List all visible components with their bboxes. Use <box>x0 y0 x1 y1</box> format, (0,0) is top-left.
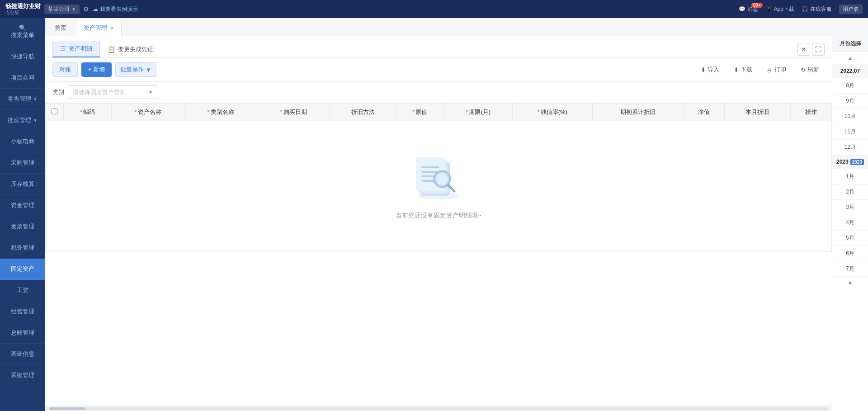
expand-panel-button[interactable]: ⛶ <box>812 43 825 56</box>
app-download-button[interactable]: 📱 App下载 <box>765 5 794 13</box>
select-arrow-icon: ▼ <box>148 90 153 95</box>
month-item-1[interactable]: 1月 <box>832 169 868 184</box>
tab-home-label: 首页 <box>55 24 66 32</box>
sidebar-item-finance[interactable]: 资金管理 <box>0 195 45 216</box>
main-layout: 🔍 搜索菜单 快捷导航 项目合同 零售管理 ▼ 批发管理 ▼ 小畅电商 采购管理… <box>0 18 868 411</box>
month-item-5[interactable]: 5月 <box>832 231 868 246</box>
month-item-12[interactable]: 12月 <box>832 140 868 155</box>
chevron-down-icon: ▼ <box>33 118 38 123</box>
reconcile-button[interactable]: 对账 <box>52 62 78 77</box>
tab-bar: 首页 资产管理 ✕ <box>45 18 868 36</box>
scrollbar-track <box>49 407 828 410</box>
app-download-label: App下载 <box>774 5 794 13</box>
month-current-year[interactable]: 2022.07 <box>832 64 868 78</box>
sub-tabs: ☰ 资产明细 📋 变更生成凭证 ✕ ⛶ <box>45 36 832 58</box>
col-depreciation-method: 折旧方法 <box>330 104 396 121</box>
top-bar-left: 畅捷通好业财 专业版 某某公司 ▼ ⚙ ☁ 我要看实例演示 <box>5 3 734 15</box>
toolbar: 对账 + 新增 批量操作 ▼ ⬇ 导入 ⬇ 下载 <box>45 58 832 82</box>
sub-tab-asset-detail-label: 资产明细 <box>69 45 92 53</box>
month-item-8[interactable]: 8月 <box>832 78 868 94</box>
table-header: *编码 *资产名称 *类别名称 *购买日期 折旧方法 *原值 *期限(月) *残… <box>46 104 832 121</box>
sidebar-item-tax[interactable]: 税务管理 <box>0 237 45 259</box>
month-nav-up-button[interactable]: ▲ <box>844 53 856 62</box>
col-residual-rate: *残值率(%) <box>513 104 592 121</box>
col-monthly-depreciation: 本月折旧 <box>724 104 790 121</box>
category-select[interactable]: 请选择固定资产类别 ▼ <box>68 85 158 99</box>
month-item-7[interactable]: 7月 <box>832 261 868 277</box>
category-placeholder: 请选择固定资产类别 <box>73 88 126 96</box>
sidebar-item-invoice[interactable]: 发票管理 <box>0 216 45 237</box>
print-label: 打印 <box>774 66 786 74</box>
demo-link[interactable]: ☁ 我要看实例演示 <box>93 5 138 13</box>
user-profile[interactable]: 用户名 <box>839 5 863 14</box>
scrollbar-thumb[interactable] <box>49 407 85 410</box>
month-item-11[interactable]: 11月 <box>832 124 868 140</box>
user-name: 用户名 <box>843 6 859 12</box>
account-selector[interactable]: 某某公司 ▼ <box>44 5 80 14</box>
tab-asset-management[interactable]: 资产管理 ✕ <box>76 20 122 36</box>
message-button[interactable]: 💬 消息 99+ <box>739 5 758 13</box>
panel-controls: ✕ ⛶ <box>797 43 825 56</box>
sidebar-item-quick-nav[interactable]: 快捷导航 <box>0 46 45 67</box>
sidebar-item-system[interactable]: 系统管理 <box>0 365 45 386</box>
sidebar-item-basic-info[interactable]: 基础信息 <box>0 344 45 365</box>
close-panel-button[interactable]: ✕ <box>797 43 810 56</box>
print-button[interactable]: 🖨 打印 <box>761 63 792 76</box>
table-container[interactable]: *编码 *资产名称 *类别名称 *购买日期 折旧方法 *原值 *期限(月) *残… <box>45 103 832 406</box>
month-item-9[interactable]: 9月 <box>832 94 868 109</box>
month-item-10[interactable]: 10月 <box>832 109 868 124</box>
batch-button[interactable]: 批量操作 ▼ <box>115 62 156 77</box>
download-button[interactable]: ⬇ 下载 <box>728 63 758 76</box>
sidebar-item-retail[interactable]: 零售管理 ▼ <box>0 89 45 110</box>
month-item-4[interactable]: 4月 <box>832 215 868 231</box>
select-all-checkbox[interactable] <box>52 109 57 114</box>
col-code: *编码 <box>64 104 112 121</box>
cloud-icon: ☁ <box>93 6 98 12</box>
import-label: 导入 <box>708 66 719 74</box>
tab-asset-label: 资产管理 <box>84 24 107 32</box>
message-icon: 💬 <box>739 6 745 12</box>
refresh-button[interactable]: ↻ 刷新 <box>795 63 825 76</box>
sidebar-item-project[interactable]: 项目合同 <box>0 67 45 89</box>
horizontal-scrollbar[interactable] <box>45 406 832 411</box>
sidebar-item-ledger[interactable]: 总账管理 <box>0 322 45 344</box>
import-button[interactable]: ⬇ 导入 <box>695 63 725 76</box>
month-nav-top: ▲ <box>832 52 868 64</box>
phone-icon: 📱 <box>765 6 772 12</box>
online-service-button[interactable]: 🎧 在线客服 <box>802 5 832 13</box>
tab-close-icon[interactable]: ✕ <box>110 25 114 31</box>
svg-point-9 <box>436 173 448 185</box>
add-button[interactable]: + 新增 <box>81 62 112 77</box>
sidebar-item-search[interactable]: 🔍 搜索菜单 <box>0 18 45 46</box>
col-category: *类别名称 <box>184 104 257 121</box>
empty-state: 当前您还没有固定资产明细哦~ <box>49 126 828 247</box>
sidebar-item-operations[interactable]: 经营管理 <box>0 301 45 322</box>
sidebar-item-payroll[interactable]: 工资 <box>0 280 45 301</box>
month-nav-bottom: ▼ <box>832 277 868 289</box>
settings-icon[interactable]: ⚙ <box>83 5 89 13</box>
month-item-3[interactable]: 3月 <box>832 200 868 215</box>
empty-illustration <box>411 153 466 203</box>
filter-label: 类别 <box>52 88 64 96</box>
month-nav-down-button[interactable]: ▼ <box>844 279 856 288</box>
sidebar-item-ecommerce[interactable]: 小畅电商 <box>0 131 45 152</box>
col-period: *期限(月) <box>444 104 513 121</box>
filter-row: 类别 请选择固定资产类别 ▼ <box>45 82 832 103</box>
message-badge: 99+ <box>751 3 763 8</box>
month-item-2[interactable]: 2月 <box>832 184 868 200</box>
sidebar-item-inventory[interactable]: 库存核算 <box>0 174 45 195</box>
tab-home[interactable]: 首页 <box>47 20 74 36</box>
sidebar-item-purchase[interactable]: 采购管理 <box>0 152 45 174</box>
sub-tab-asset-detail[interactable]: ☰ 资产明细 <box>52 41 100 57</box>
col-accumulated-depreciation: 期初累计折旧 <box>592 104 683 121</box>
month-item-6[interactable]: 6月 <box>832 246 868 261</box>
sidebar-item-wholesale[interactable]: 批发管理 ▼ <box>0 110 45 131</box>
select-all-header[interactable] <box>46 104 64 121</box>
chevron-down-icon: ▼ <box>33 97 38 102</box>
demo-link-label: 我要看实例演示 <box>100 5 138 13</box>
headset-icon: 🎧 <box>802 6 808 12</box>
col-original-value: *原值 <box>396 104 444 121</box>
sub-tab-voucher[interactable]: 📋 变更生成凭证 <box>100 41 161 57</box>
sidebar-item-fixed-assets[interactable]: 固定资产 <box>0 259 45 280</box>
dropdown-arrow-icon: ▼ <box>146 66 151 73</box>
